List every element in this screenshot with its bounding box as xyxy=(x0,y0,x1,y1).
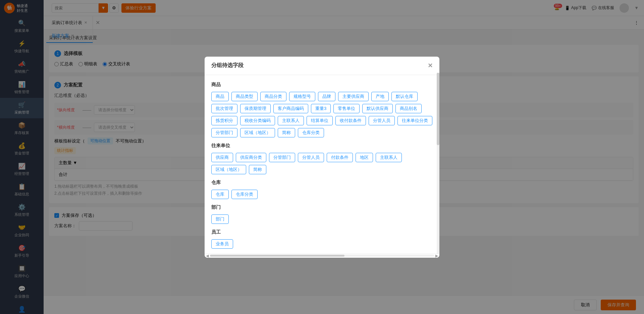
field-tag-0-17[interactable]: 主联系人 xyxy=(278,116,304,125)
field-tag-0-19[interactable]: 收付款条件 xyxy=(335,116,366,125)
modal-header: 分组待选字段 ✕ xyxy=(205,57,439,75)
modal-hscroll: ◀ ▶ xyxy=(205,254,439,258)
field-tag-0-23[interactable]: 区域（地区） xyxy=(240,128,275,137)
field-tag-0-16[interactable]: 税收分类编码 xyxy=(240,116,275,125)
field-tag-0-22[interactable]: 分管部门 xyxy=(211,128,237,137)
field-tag-2-1[interactable]: 仓库分类 xyxy=(231,190,258,199)
field-tag-0-14[interactable]: 商品别名 xyxy=(395,104,422,113)
modal-body: 商品商品商品类型商品分类规格型号品牌主要供应商产地默认仓库批次管理保质期管理客户… xyxy=(205,75,439,254)
modal-group-fields-2: 仓库仓库分类 xyxy=(211,190,433,199)
hscroll-track xyxy=(210,255,434,257)
modal-group-fields-3: 部门 xyxy=(211,214,433,224)
hscroll-thumb xyxy=(210,255,344,257)
field-tag-1-2[interactable]: 分管部门 xyxy=(269,153,295,162)
field-tag-0-13[interactable]: 默认供应商 xyxy=(362,104,393,113)
field-tag-1-0[interactable]: 供应商 xyxy=(211,153,233,162)
field-tag-0-21[interactable]: 往来单位分类 xyxy=(397,116,432,125)
field-tag-1-7[interactable]: 区域（地区） xyxy=(211,165,246,174)
modal-vscroll-thumb xyxy=(437,73,439,145)
field-tag-0-24[interactable]: 简称 xyxy=(278,128,295,137)
field-tag-1-5[interactable]: 地区 xyxy=(356,153,373,162)
field-tag-3-0[interactable]: 部门 xyxy=(211,214,229,224)
field-tag-0-11[interactable]: 重量3 xyxy=(311,104,331,113)
field-tag-0-9[interactable]: 保质期管理 xyxy=(240,104,271,113)
field-tag-1-6[interactable]: 主联系人 xyxy=(376,153,402,162)
field-tag-0-12[interactable]: 零售单位 xyxy=(333,104,360,113)
field-tag-0-3[interactable]: 规格型号 xyxy=(289,92,315,101)
modal-title: 分组待选字段 xyxy=(211,62,244,69)
field-tag-0-15[interactable]: 拣货积分 xyxy=(211,116,237,125)
field-tag-0-6[interactable]: 产地 xyxy=(371,92,389,101)
field-tag-0-7[interactable]: 默认仓库 xyxy=(391,92,418,101)
field-tag-4-0[interactable]: 业务员 xyxy=(211,239,233,249)
modal-group-fields-1: 供应商供应商分类分管部门分管人员付款条件地区主联系人区域（地区）简称 xyxy=(211,153,433,174)
field-tag-1-4[interactable]: 付款条件 xyxy=(327,153,353,162)
modal-close-button[interactable]: ✕ xyxy=(428,62,433,69)
field-tag-0-1[interactable]: 商品类型 xyxy=(231,92,258,101)
modal-group-title-3: 部门 xyxy=(211,204,433,210)
field-tag-0-8[interactable]: 批次管理 xyxy=(211,104,237,113)
field-tag-0-18[interactable]: 结算单位 xyxy=(307,116,333,125)
field-tag-2-0[interactable]: 仓库 xyxy=(211,190,229,199)
field-tag-0-5[interactable]: 主要供应商 xyxy=(338,92,369,101)
field-tag-0-0[interactable]: 商品 xyxy=(211,92,229,101)
modal-group-fields-0: 商品商品类型商品分类规格型号品牌主要供应商产地默认仓库批次管理保质期管理客户商品… xyxy=(211,92,433,137)
modal-group-fields-4: 业务员 xyxy=(211,239,433,249)
modal-group-title-0: 商品 xyxy=(211,82,433,88)
field-tag-0-10[interactable]: 客户商品编码 xyxy=(273,104,308,113)
modal-group-title-2: 仓库 xyxy=(211,180,433,186)
modal-vscroll-track xyxy=(437,73,439,254)
modal-dialog: 分组待选字段 ✕ 商品商品商品类型商品分类规格型号品牌主要供应商产地默认仓库批次… xyxy=(205,57,439,258)
field-tag-1-8[interactable]: 简称 xyxy=(249,165,266,174)
field-tag-1-3[interactable]: 分管人员 xyxy=(298,153,324,162)
modal-group-title-4: 员工 xyxy=(211,229,433,235)
field-tag-0-4[interactable]: 品牌 xyxy=(318,92,335,101)
modal-group-title-1: 往来单位 xyxy=(211,143,433,149)
field-tag-0-20[interactable]: 分管人员 xyxy=(369,116,395,125)
modal-overlay: 分组待选字段 ✕ 商品商品商品类型商品分类规格型号品牌主要供应商产地默认仓库批次… xyxy=(0,0,644,314)
field-tag-0-25[interactable]: 仓库分类 xyxy=(298,128,324,137)
field-tag-0-2[interactable]: 商品分类 xyxy=(260,92,286,101)
field-tag-1-1[interactable]: 供应商分类 xyxy=(236,153,266,162)
